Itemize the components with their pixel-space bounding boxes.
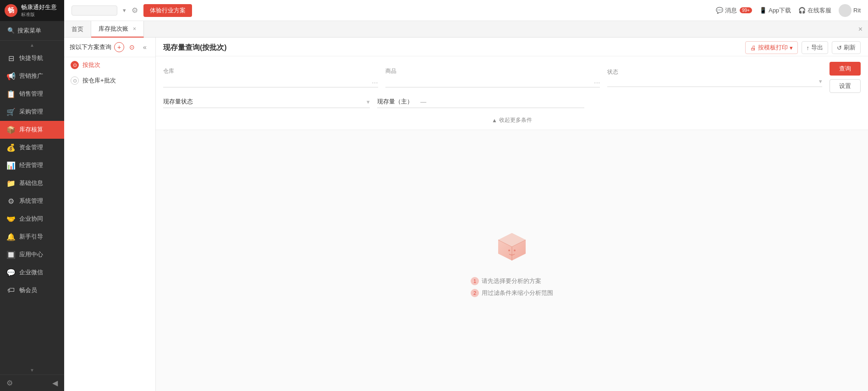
filter-settings-btn[interactable]: 设置 [830,79,861,93]
sidebar-item-label: 快捷导航 [19,54,43,62]
apps-icon: 🔲 [6,250,16,259]
print-icon: 🖨 [750,44,756,51]
status-select[interactable]: ▾ [607,78,822,87]
sidebar-item-label: 资金管理 [19,143,43,152]
refresh-btn[interactable]: ↺ 刷新 [832,41,861,54]
tab-close-icon[interactable]: × [133,26,136,32]
refresh-label: 刷新 [844,43,856,52]
sidebar-item-label: 采购管理 [19,108,43,116]
tab-inventory[interactable]: 库存批次账 × [91,21,144,38]
page-title-bar: 现存量查询(按批次) 🖨 按模板打印 ▾ ↑ 导出 ↺ 刷新 [156,38,868,56]
app-logo: 畅 [5,4,17,17]
svg-point-6 [514,250,516,251]
settings-footer-icon[interactable]: ⚙ [6,379,13,387]
warehouse-input[interactable] [163,78,369,85]
sidebar-item-apps[interactable]: 🔲 应用中心 [0,246,64,264]
filter-row-1: 仓库 ... 商品 ... [163,62,861,93]
warehouse-filter: 仓库 ... [163,67,378,87]
query-btn[interactable]: 查询 [830,62,861,76]
collapse-icon: ▲ [492,117,497,124]
message-badge: 99+ [740,7,752,13]
inventory-qty-label: 现存量（主） [377,98,413,106]
sidebar-item-label: 基础信息 [19,179,43,187]
collapse-row[interactable]: ▲ 收起更多条件 [163,113,861,124]
sidebar-item-label: 新手引导 [19,233,43,241]
settings-gear-icon[interactable]: ⚙ [132,6,138,15]
finance-icon: 💰 [6,143,16,152]
hint-num-2: 2 [471,289,479,297]
sidebar-item-system[interactable]: ⚙ 系统管理 [0,192,64,210]
scheme-settings-btn[interactable]: ⊙ [127,42,137,52]
headset-icon: 🎧 [798,7,806,14]
cooperation-icon: 🤝 [6,215,16,223]
sidebar-item-label: 企业微信 [19,268,43,277]
collapse-label: 收起更多条件 [499,116,532,124]
product-label: 商品 [385,67,600,75]
sidebar-item-purchase[interactable]: 🛒 采购管理 [0,103,64,121]
app-download-label: App下载 [769,6,791,15]
inventory-status-select[interactable]: 现存量状态 ▾ [163,98,370,108]
top-header: ▾ ⚙ 体验行业方案 💬 消息 99+ 📱 App下载 🎧 在线客服 Rit [64,0,868,21]
message-icon: 💬 [716,7,723,14]
product-dots-btn[interactable]: ... [594,77,600,85]
message-label: 消息 [725,6,737,15]
app-download-icon: 📱 [759,7,767,14]
tab-bar: 首页 库存批次账 × × [64,21,868,38]
message-btn[interactable]: 💬 消息 99+ [716,6,752,15]
export-btn[interactable]: ↑ 导出 [802,41,829,54]
export-label: 导出 [811,43,823,52]
filter-bar: 仓库 ... 商品 ... [156,56,868,130]
sidebar-scroll-down[interactable]: ▼ [0,366,64,375]
sidebar-item-newbie[interactable]: 🔔 新手引导 [0,228,64,246]
sidebar-item-cooperation[interactable]: 🤝 企业协同 [0,210,64,228]
page-title: 现存量查询(按批次) [163,43,227,53]
user-menu[interactable]: Rit [839,4,861,17]
hint-text-2: 用过滤条件来缩小分析范围 [482,289,553,297]
warehouse-dots-btn[interactable]: ... [372,77,378,85]
purchase-icon: 🛒 [6,108,16,116]
operations-icon: 📊 [6,161,16,170]
scheme-inactive-icon: ⊙ [71,76,79,85]
sidebar-item-quick-nav[interactable]: ⊟ 快捷导航 [0,49,64,67]
sidebar-scroll-up[interactable]: ▲ [0,41,64,49]
add-scheme-btn[interactable]: + [114,42,124,52]
right-panel: 现存量查询(按批次) 🖨 按模板打印 ▾ ↑ 导出 ↺ 刷新 [156,38,868,391]
main-area: ▾ ⚙ 体验行业方案 💬 消息 99+ 📱 App下载 🎧 在线客服 Rit [64,0,868,391]
print-dropdown-icon[interactable]: ▾ [790,44,793,51]
sidebar-item-label: 畅会员 [19,286,37,294]
sidebar-item-operations[interactable]: 📊 经营管理 [0,157,64,174]
sidebar-item-basics[interactable]: 📁 基础信息 [0,174,64,192]
search-menu-btn[interactable]: 🔍 搜索菜单 [5,25,60,37]
sidebar-footer: ⚙ ◀ [0,375,64,391]
online-service-btn[interactable]: 🎧 在线客服 [798,6,831,15]
inventory-status-filter: 现存量状态 ▾ [163,98,370,108]
collapse-panel-btn[interactable]: « [140,42,150,52]
tab-home[interactable]: 首页 [64,21,91,38]
sidebar-item-finance[interactable]: 💰 资金管理 [0,139,64,157]
product-input[interactable] [385,78,591,85]
trial-btn[interactable]: 体验行业方案 [143,4,192,17]
sidebar-item-label: 库存核算 [19,125,43,134]
scheme-by-warehouse-batch[interactable]: ⊙ 按仓库+批次 [64,73,155,88]
sidebar-item-sales[interactable]: 📋 销售管理 [0,85,64,103]
scheme-by-batch[interactable]: ⊙ 按批次 [64,57,155,73]
company-name: 畅康通好生意 [21,4,57,11]
product-input-wrap: ... [385,77,600,87]
user-name: Rit [853,7,861,14]
print-btn[interactable]: 🖨 按模板打印 ▾ [745,41,798,54]
breadcrumb-dropdown-icon[interactable]: ▾ [123,7,126,14]
empty-hint-2: 2 用过滤条件来缩小分析范围 [471,289,553,297]
tab-inventory-label: 库存批次账 [99,25,128,33]
sidebar-item-marketing[interactable]: 📢 营销推广 [0,67,64,85]
wechat-icon: 💬 [6,268,16,277]
hint-num-1: 1 [471,277,479,285]
panel-close-btn[interactable]: × [853,25,868,33]
hint-text-1: 请先选择要分析的方案 [482,277,541,285]
sidebar-item-label: 应用中心 [19,250,43,259]
app-download-btn[interactable]: 📱 App下载 [759,6,791,15]
sidebar-item-member[interactable]: 🏷 畅会员 [0,282,64,299]
breadcrumb-input[interactable] [71,5,117,16]
collapse-sidebar-icon[interactable]: ◀ [52,379,58,387]
sidebar-item-wechat[interactable]: 💬 企业微信 [0,264,64,282]
sidebar-item-inventory[interactable]: 📦 库存核算 [0,121,64,139]
